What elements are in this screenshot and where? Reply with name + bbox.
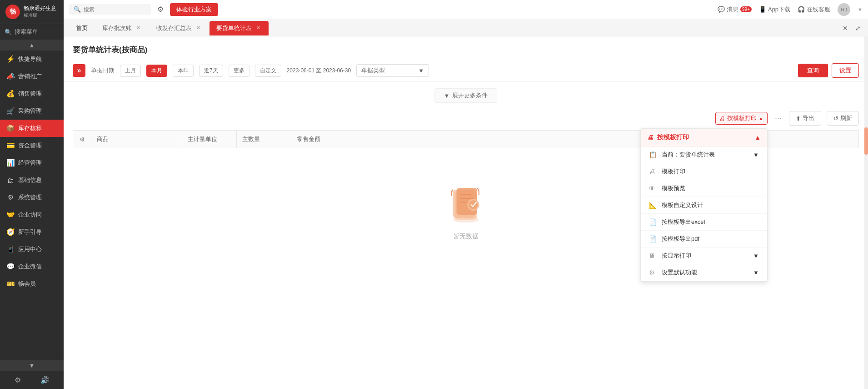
template-export-excel-item[interactable]: 📄 按模板导出excel [641, 214, 767, 231]
year-btn[interactable]: 本年 [173, 65, 194, 77]
app-download-icon: 📱 [759, 6, 766, 13]
empty-illustration [443, 184, 489, 225]
refresh-icon: ↺ [833, 115, 838, 122]
chevron-down-icon-expand: ▼ [444, 92, 450, 99]
scroll-up-btn[interactable]: ▲ [0, 40, 64, 51]
app-download-action[interactable]: 📱 App下载 [759, 5, 790, 14]
sidebar-logo: 畅 畅康通好生意 标准版 [0, 0, 64, 24]
current-template-item[interactable]: 📋 当前：要货单统计表 ▼ [641, 147, 767, 163]
sidebar-nav: ⚡ 快捷导航 📣 营销推广 💰 销售管理 🛒 采购管理 📦 库存核算 💳 资金管… [0, 51, 64, 360]
message-action[interactable]: 💬 消息 99+ [718, 5, 752, 14]
member-icon: 🎫 [6, 280, 15, 288]
sidebar-item-quick-nav[interactable]: ⚡ 快捷导航 [0, 51, 64, 68]
custom-date-btn[interactable]: 自定义 [255, 65, 281, 77]
topbar-gear-icon[interactable]: ⚙ [155, 3, 165, 15]
tab-close-collection-summary[interactable]: ✕ [195, 25, 202, 32]
template-design-icon: 📐 [649, 202, 657, 209]
current-month-btn[interactable]: 本月 [146, 65, 167, 77]
scroll-down-btn[interactable]: ▼ [0, 360, 64, 371]
export-icon: ⬆ [796, 115, 801, 122]
tab-expand-button[interactable]: ⤢ [853, 23, 863, 34]
sidebar-item-finance[interactable]: 💳 资金管理 [0, 137, 64, 154]
tab-batch-account[interactable]: 库存批次账 ✕ [95, 21, 149, 35]
tab-bar-right: ✕ ⤢ [841, 23, 863, 34]
marketing-icon: 📣 [6, 72, 15, 81]
sidebar-item-sales[interactable]: 💰 销售管理 [0, 85, 64, 102]
svg-point-8 [469, 200, 478, 209]
settings-button[interactable]: 设置 [832, 63, 859, 78]
search-input[interactable] [84, 6, 138, 13]
wechat-icon: 💬 [6, 263, 15, 271]
th-settings[interactable]: ⚙ [73, 131, 91, 147]
avatar[interactable]: Rit [838, 3, 850, 16]
chevron-down-icon: ▼ [418, 67, 424, 74]
sidebar-item-apps[interactable]: 📱 应用中心 [0, 241, 64, 258]
tab-home[interactable]: 首页 [69, 21, 95, 35]
apps-icon: 📱 [6, 245, 15, 253]
prev-month-btn[interactable]: 上月 [120, 65, 141, 77]
more-date-btn[interactable]: 更多 [229, 65, 249, 77]
default-setting-section[interactable]: ⚙ 设置默认功能 ▼ [641, 264, 767, 281]
sidebar-item-purchase[interactable]: 🛒 采购管理 [0, 102, 64, 120]
sidebar-item-member[interactable]: 🎫 畅会员 [0, 275, 64, 293]
seven-days-btn[interactable]: 近7天 [199, 65, 223, 77]
template-export-pdf-item[interactable]: 📄 按模板导出pdf [641, 231, 767, 248]
tab-close-batch-account[interactable]: ✕ [135, 25, 142, 32]
page-title: 要货单统计表(按商品) [64, 37, 868, 60]
tab-close-all-button[interactable]: ✕ [841, 23, 850, 34]
chevron-right-icon: ▼ [753, 152, 759, 158]
sidebar-item-wechat[interactable]: 💬 企业微信 [0, 258, 64, 275]
guide-icon: 🧭 [6, 228, 15, 236]
sidebar-item-collab[interactable]: 🤝 企业协同 [0, 206, 64, 223]
chevron-right-setting-icon: ▼ [753, 269, 759, 276]
sidebar-item-basics[interactable]: 🗂 基础信息 [0, 172, 64, 189]
main-area: 🔍 ⚙ 体验行业方案 💬 消息 99+ 📱 App下载 🎧 在线客服 Rit [64, 0, 868, 389]
expand-more-btn[interactable]: ▼ 展开更多条件 [434, 88, 498, 103]
tab-collection-summary[interactable]: 收发存汇总表 ✕ [150, 21, 209, 35]
sidebar-item-marketing[interactable]: 📣 营销推广 [0, 68, 64, 85]
sound-bottom-icon[interactable]: 🔊 [40, 376, 50, 384]
template-current-icon: 📋 [649, 151, 657, 158]
printer-icon: 🖨 [719, 115, 725, 122]
user-name-action[interactable]: ▼ [858, 7, 863, 12]
print-area: 🖨 按模板打印 ▲ 🖨 按模板打印 ▲ [715, 112, 768, 125]
export-btn[interactable]: ⬆ 导出 [789, 111, 821, 126]
printer-header-icon: 🖨 [647, 134, 653, 141]
chevron-up-icon: ▲ [754, 134, 761, 141]
display-print-section[interactable]: 🖥 按显示打印 ▼ [641, 248, 767, 264]
th-amount: 零售金额 [291, 131, 858, 148]
trial-button[interactable]: 体验行业方案 [170, 3, 218, 16]
refresh-btn[interactable]: ↺ 刷新 [827, 111, 859, 126]
quick-nav-icon: ⚡ [6, 55, 15, 63]
settings-bottom-icon[interactable]: ⚙ [15, 376, 21, 384]
sidebar-item-system[interactable]: ⚙ 系统管理 [0, 189, 64, 206]
print-template-btn[interactable]: 🖨 按模板打印 ▲ [715, 112, 768, 125]
search-icon: 🔍 [5, 29, 12, 35]
template-preview-icon: 👁 [649, 185, 657, 192]
sidebar-search[interactable]: 🔍 搜索菜单 [0, 24, 64, 40]
scrollbar-thumb[interactable] [864, 127, 868, 155]
template-design-item[interactable]: 📐 模板自定义设计 [641, 197, 767, 214]
order-type-select[interactable]: 单据类型 ▼ [356, 64, 429, 77]
filter-right-actions: 查询 设置 [798, 63, 859, 78]
th-unit: 主计量单位 [182, 131, 237, 148]
logo-text: 畅康通好生意 [24, 5, 56, 12]
topbar-search[interactable]: 🔍 [69, 4, 151, 15]
tab-close-order-summary[interactable]: ✕ [254, 25, 262, 32]
sidebar-item-operations[interactable]: 📊 经营管理 [0, 154, 64, 172]
online-service-action[interactable]: 🎧 在线客服 [798, 5, 830, 14]
tabbar: 首页 库存批次账 ✕ 收发存汇总表 ✕ 要货单统计表 ✕ ✕ ⤢ [64, 19, 868, 37]
topbar: 🔍 ⚙ 体验行业方案 💬 消息 99+ 📱 App下载 🎧 在线客服 Rit [64, 0, 868, 19]
template-preview-item[interactable]: 👁 模板预览 [641, 180, 767, 197]
basics-icon: 🗂 [6, 177, 15, 184]
sidebar-item-inventory[interactable]: 📦 库存核算 [0, 120, 64, 137]
filter-bar: » 单据日期 上月 本月 本年 近7天 更多 自定义 2023-06-01 至 … [64, 60, 868, 82]
expand-btn[interactable]: » [73, 64, 85, 77]
finance-icon: 💳 [6, 141, 15, 150]
template-print-item[interactable]: 🖨 模板打印 [641, 163, 767, 180]
template-excel-icon: 📄 [649, 218, 657, 226]
sidebar-item-guide[interactable]: 🧭 新手引导 [0, 223, 64, 241]
tab-order-summary[interactable]: 要货单统计表 ✕ [210, 21, 269, 35]
more-actions-btn[interactable]: ··· [773, 114, 783, 123]
query-button[interactable]: 查询 [798, 64, 828, 77]
